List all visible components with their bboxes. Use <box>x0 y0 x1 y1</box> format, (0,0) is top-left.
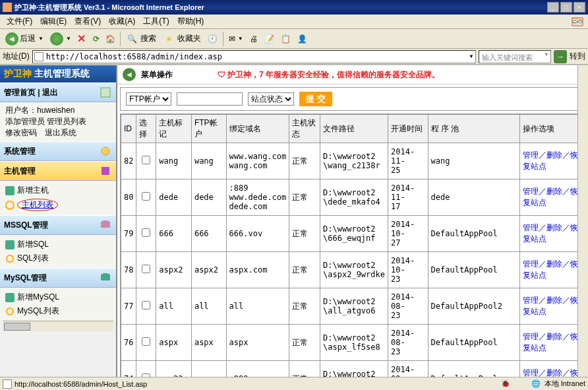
stop-button[interactable]: ✕ <box>75 32 88 46</box>
cube-icon <box>99 164 112 178</box>
sidebar-item-mysql-list[interactable]: MySQL列表 <box>5 304 111 318</box>
chevron-down-icon[interactable]: ▼ <box>469 53 474 59</box>
breadcrumb-back-icon[interactable]: ◄ <box>123 68 136 81</box>
table-row: 79666666666.vov正常D:\wwwroot2\666_ewqjnf2… <box>121 216 585 252</box>
menu-favorites[interactable]: 收藏(A) <box>105 15 139 28</box>
sidebar-item-add-host[interactable]: 新增主机 <box>5 183 111 197</box>
home-button[interactable]: 🏠 <box>104 32 117 46</box>
host-table: ID选择主机标记FTP帐户绑定域名主机状态文件路径开通时间程 序 池操作选项 8… <box>121 114 585 390</box>
ie-logo-icon <box>570 15 585 28</box>
search-icon: 🔍 <box>126 32 139 46</box>
sidebar-section-mysql[interactable]: MySQL管理 <box>0 268 116 288</box>
chevron-down-icon: ▼ <box>66 36 71 42</box>
search-button[interactable]: 🔍 搜索 <box>123 31 159 47</box>
list-icon <box>5 254 15 263</box>
banner-slogan: 🛡 护卫神，7 年服务器安全经验，值得信赖的服务器安全品牌。 <box>218 69 440 81</box>
address-label: 地址(D) <box>3 51 30 62</box>
menu-help[interactable]: 帮助(H) <box>173 15 208 28</box>
toolbar: ◄ 后退 ▼ ▼ ✕ ⟳ 🏠 🔍 搜索 ★ 收藏夹 🕘 ✉▼ 🖨 📝 📋 👤 <box>0 29 588 49</box>
sidebar-section-host[interactable]: 主机管理 <box>0 161 116 181</box>
sidebar-item-add-sql[interactable]: 新增SQL <box>5 238 111 251</box>
app-icon <box>3 3 12 12</box>
print-button[interactable]: 🖨 <box>247 33 260 45</box>
table-header: 操作选项 <box>519 115 584 143</box>
menu-view[interactable]: 查看(V) <box>71 15 105 28</box>
row-actions[interactable]: 管理／删除／恢复站点 <box>523 259 578 280</box>
submit-button[interactable]: 提 交 <box>299 92 332 106</box>
database-icon <box>99 218 112 232</box>
database-icon <box>99 271 112 284</box>
row-actions[interactable]: 管理／删除／恢复站点 <box>523 223 578 244</box>
forward-button[interactable]: ▼ <box>47 31 74 47</box>
row-actions[interactable]: 管理／删除／恢复站点 <box>523 187 578 207</box>
row-actions[interactable]: 管理／删除／恢复站点 <box>523 150 578 171</box>
print-icon: 🖨 <box>250 34 258 44</box>
favorites-button[interactable]: ★ 收藏夹 <box>160 31 204 47</box>
filter-keyword-input[interactable] <box>177 92 243 106</box>
table-header: 主机状态 <box>289 115 320 143</box>
svg-rect-0 <box>101 88 110 97</box>
svg-rect-2 <box>102 167 109 175</box>
breadcrumb: 菜单操作 <box>141 69 173 81</box>
refresh-button[interactable]: ⟳ <box>90 32 103 46</box>
row-checkbox[interactable] <box>142 156 150 164</box>
menu-edit[interactable]: 编辑(E) <box>36 15 71 28</box>
main-content: ◄ 菜单操作 🛡 护卫神，7 年服务器安全经验，值得信赖的服务器安全品牌。 FT… <box>117 65 588 390</box>
sidebar-section-home[interactable]: 管理首页 | 退出 <box>0 82 116 102</box>
svg-rect-6 <box>101 222 110 228</box>
back-button[interactable]: ◄ 后退 ▼ <box>3 31 46 47</box>
add-icon <box>5 240 15 249</box>
messenger-button[interactable]: 👤 <box>295 33 310 45</box>
list-icon <box>5 307 15 316</box>
chevron-down-icon: ▼ <box>38 36 44 42</box>
sidebar-item-add-mysql[interactable]: 新增MySQL <box>5 290 111 304</box>
page-icon <box>34 52 44 61</box>
sidebar-section-system[interactable]: 系统管理 <box>0 141 116 161</box>
site-status-select[interactable]: 站点状态 <box>248 92 294 106</box>
row-checkbox[interactable] <box>142 228 150 237</box>
address-input[interactable]: http://localhost:6588/admin/index.asp ▼ <box>32 50 476 63</box>
menubar: 文件(F) 编辑(E) 查看(V) 收藏(A) 工具(T) 帮助(H) <box>0 15 588 29</box>
row-checkbox[interactable] <box>142 192 150 201</box>
table-row: 77allallall正常D:\wwwroot2\all_atgvo62014-… <box>121 288 585 325</box>
research-button[interactable]: 📋 <box>278 33 293 45</box>
go-button[interactable]: → <box>554 50 567 63</box>
row-actions[interactable]: 管理／删除／恢复站点 <box>523 332 578 352</box>
forward-icon <box>50 32 63 46</box>
main-scrollbar-vertical[interactable] <box>577 65 588 390</box>
zone-icon: 🌐 <box>531 379 541 388</box>
table-header: 选择 <box>136 115 156 143</box>
sidebar-section-mssql[interactable]: MSSQL管理 <box>0 215 116 235</box>
svg-rect-10 <box>101 275 110 280</box>
close-button[interactable]: × <box>573 2 585 13</box>
edit-icon: 📝 <box>264 34 274 44</box>
svg-point-4 <box>6 201 14 209</box>
row-checkbox[interactable] <box>142 265 150 273</box>
row-checkbox[interactable] <box>142 301 150 309</box>
history-button[interactable]: 🕘 <box>205 33 220 45</box>
section-home-body: 用户名：huweishen 添加管理员 管理员列表 修改密码 退出系统 <box>0 102 116 141</box>
edit-button[interactable]: 📝 <box>262 33 277 45</box>
row-checkbox[interactable] <box>142 337 150 346</box>
sidebar-item-sql-list[interactable]: SQL列表 <box>5 251 111 265</box>
star-icon: ★ <box>163 32 176 46</box>
minimize-button[interactable]: _ <box>547 2 559 13</box>
menu-file[interactable]: 文件(F) <box>3 15 36 28</box>
table-header: 绑定域名 <box>226 115 289 143</box>
mail-button[interactable]: ✉▼ <box>226 33 246 45</box>
maximize-button[interactable]: □ <box>560 2 572 13</box>
table-header: FTP帐户 <box>191 115 226 143</box>
filter-bar: FTP帐户 站点状态 提 交 <box>120 87 585 111</box>
keyword-search[interactable]: 输入关键词搜索▼ <box>479 50 551 63</box>
sidebar: 护卫神 主机管理系统 管理首页 | 退出 用户名：huweishen 添加管理员… <box>0 65 117 390</box>
table-row: 76aspxaspxaspx正常D:\wwwroot2\aspx_lf5se82… <box>121 325 585 361</box>
svg-rect-3 <box>5 186 15 195</box>
account-type-select[interactable]: FTP帐户 <box>126 92 171 106</box>
back-icon: ◄ <box>5 32 18 46</box>
menu-tools[interactable]: 工具(T) <box>139 15 173 28</box>
sidebar-scrollbar[interactable] <box>3 321 113 331</box>
note-icon <box>99 86 112 99</box>
table-header: 开通时间 <box>388 115 428 143</box>
row-actions[interactable]: 管理／删除／恢复站点 <box>523 296 578 316</box>
sidebar-item-host-list[interactable]: 主机列表 <box>5 197 111 212</box>
